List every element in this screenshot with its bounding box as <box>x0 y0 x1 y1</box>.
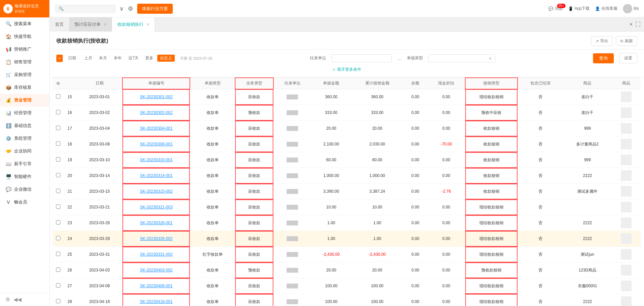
row-checkbox[interactable] <box>53 168 63 184</box>
col-include-cleared[interactable]: 包含已结清 <box>518 78 563 89</box>
tab-home[interactable]: 首页 <box>50 17 69 32</box>
row-checkbox[interactable] <box>53 231 63 247</box>
row-select-checkbox[interactable] <box>56 157 60 162</box>
voucher-no-link[interactable]: SK-20230328-001 <box>140 221 172 225</box>
export-button[interactable]: ↗ 导出 <box>591 36 612 46</box>
voucher-no-link[interactable]: SK-20230403-002 <box>140 268 172 272</box>
settings-button[interactable]: 设置 <box>619 53 637 63</box>
row-select-checkbox[interactable] <box>56 236 60 240</box>
col-biz-type[interactable]: 业务类型 <box>235 78 273 89</box>
date-btn-more[interactable]: 更多 <box>143 55 156 62</box>
query-button[interactable]: 查询 <box>593 53 614 63</box>
col-amount[interactable]: 单据金额 <box>311 78 351 89</box>
row-voucher-no[interactable]: SK-20230403-002 <box>122 262 190 278</box>
col-cash-discount[interactable]: 现金折扣 <box>427 78 466 89</box>
sidebar-item-finance[interactable]: 💰 资金管理 <box>0 94 49 107</box>
sidebar-item-member[interactable]: V 畅会员 <box>0 196 49 208</box>
row-select-checkbox[interactable] <box>56 204 60 209</box>
sidebar-item-search[interactable]: 🔍 搜索菜单 <box>0 17 49 30</box>
row-voucher-no[interactable]: SK-20230315-002 <box>122 184 190 199</box>
row-checkbox[interactable] <box>53 247 63 262</box>
voucher-no-link[interactable]: SK-20230314-001 <box>140 173 172 178</box>
sidebar-item-basic[interactable]: ℹ️ 基础信息 <box>0 119 49 132</box>
col-product2[interactable]: 商品 <box>612 78 641 89</box>
voucher-no-link[interactable]: SK-20230302-002 <box>140 110 172 115</box>
row-select-checkbox[interactable] <box>56 299 60 303</box>
col-date[interactable]: 日期 <box>76 78 122 89</box>
row-select-checkbox[interactable] <box>56 110 60 114</box>
topbar-search[interactable]: 🔍 <box>55 5 115 13</box>
topbar-gear-icon[interactable]: ⚙ <box>128 5 133 12</box>
row-select-checkbox[interactable] <box>56 189 60 193</box>
counterpart-input[interactable] <box>331 54 392 62</box>
col-product[interactable]: 商品 <box>563 78 612 89</box>
voucher-no-link[interactable]: SK-20230408-001 <box>140 284 172 288</box>
settings-bottom-icon[interactable]: ⚙ <box>5 296 10 303</box>
voucher-no-link[interactable]: SK-20230301-002 <box>140 95 172 99</box>
voucher-no-link[interactable]: SK-20230304-001 <box>140 126 172 131</box>
col-voucher-type[interactable]: 单据类型 <box>190 78 235 89</box>
voucher-no-link[interactable]: SK-20230315-002 <box>140 189 172 194</box>
sidebar-item-inventory[interactable]: 📦 库存核算 <box>0 81 49 94</box>
voucher-no-link[interactable]: SK-20230418-001 <box>140 299 172 304</box>
date-btn-last-month[interactable]: 上月 <box>82 55 95 62</box>
row-voucher-no[interactable]: SK-20230328-001 <box>122 215 190 231</box>
col-settings[interactable]: ⚙ <box>53 78 63 89</box>
topbar-chevron-icon[interactable]: ∨ <box>119 5 124 12</box>
row-select-checkbox[interactable] <box>56 173 60 177</box>
row-voucher-no[interactable]: SK-20230304-001 <box>122 121 190 136</box>
sidebar-item-operations[interactable]: 📊 经营管理 <box>0 107 49 119</box>
user-avatar-button[interactable]: Rit <box>623 4 639 13</box>
col-verify-type[interactable]: 核销类型 <box>465 78 518 89</box>
sidebar-item-system[interactable]: ⚙️ 系统管理 <box>0 132 49 145</box>
row-voucher-no[interactable]: SK-20230308-001 <box>122 136 190 152</box>
more-filters-icon[interactable]: ... <box>397 55 401 61</box>
row-checkbox[interactable] <box>53 152 63 168</box>
row-voucher-no[interactable]: SK-20230302-002 <box>122 105 190 121</box>
col-verified-amount[interactable]: 累计核销金额 <box>351 78 404 89</box>
row-checkbox[interactable] <box>53 121 63 136</box>
tab-receivable-close-icon[interactable]: × <box>104 22 106 27</box>
col-balance[interactable]: 余额 <box>404 78 427 89</box>
sidebar-item-nav[interactable]: 🏠 快捷导航 <box>0 30 49 43</box>
row-checkbox[interactable] <box>53 278 63 294</box>
expand-more-conditions[interactable]: ∨ 展开更多条件 <box>56 65 637 74</box>
voucher-no-link[interactable]: SK-20230310-001 <box>140 158 172 162</box>
sidebar-item-collab[interactable]: 🤝 企业协同 <box>0 145 49 158</box>
filter-expand-toggle[interactable]: » <box>56 55 63 62</box>
tab-expand-icon[interactable]: ⛶ <box>635 21 641 27</box>
date-btn-this-year[interactable]: 本年 <box>111 55 124 62</box>
row-select-checkbox[interactable] <box>56 94 60 99</box>
date-btn-7days[interactable]: 近7天 <box>126 55 142 62</box>
row-select-checkbox[interactable] <box>56 126 60 130</box>
row-voucher-no[interactable]: SK-20230408-001 <box>122 278 190 294</box>
app-download-button[interactable]: 📱 App下载 <box>568 6 590 11</box>
row-select-checkbox[interactable] <box>56 141 60 146</box>
row-checkbox[interactable] <box>53 136 63 152</box>
tab-close-all-icon[interactable]: × <box>630 21 633 27</box>
voucher-no-link[interactable]: SK-20230331-002 <box>140 252 172 257</box>
row-checkbox[interactable] <box>53 89 63 105</box>
online-service-button[interactable]: 👤 在线客服 <box>595 6 618 11</box>
sidebar-item-wechat[interactable]: 💬 企业微信 <box>0 183 49 196</box>
collapse-icon[interactable]: ◀◀ <box>13 296 21 303</box>
sidebar-item-purchase[interactable]: 🛒 采购管理 <box>0 68 49 81</box>
row-voucher-no[interactable]: SK-20230321-003 <box>122 199 190 215</box>
date-btn-this-month[interactable]: 本月 <box>96 55 110 62</box>
row-checkbox[interactable] <box>53 262 63 278</box>
row-checkbox[interactable] <box>53 294 63 306</box>
col-counterpart[interactable]: 往来单位 <box>273 78 312 89</box>
row-select-checkbox[interactable] <box>56 252 60 256</box>
message-button[interactable]: 💬 消息 99+ <box>548 6 563 11</box>
row-checkbox[interactable] <box>53 105 63 121</box>
tab-collection-close-icon[interactable]: × <box>147 22 149 27</box>
refresh-button[interactable]: ↻ 刷新 <box>616 36 637 46</box>
tab-collection[interactable]: 收款核销执行 × <box>112 17 155 32</box>
row-select-checkbox[interactable] <box>56 267 60 272</box>
voucher-type-select[interactable]: ∨ <box>428 54 495 62</box>
solution-button[interactable]: 体验行业方案 <box>137 4 173 14</box>
row-checkbox[interactable] <box>53 215 63 231</box>
sidebar-item-sales[interactable]: 📋 销售管理 <box>0 56 49 68</box>
date-btn-custom[interactable]: 自定义 <box>157 55 175 62</box>
sidebar-item-hardware[interactable]: 🖥️ 智能硬件 <box>0 170 49 183</box>
